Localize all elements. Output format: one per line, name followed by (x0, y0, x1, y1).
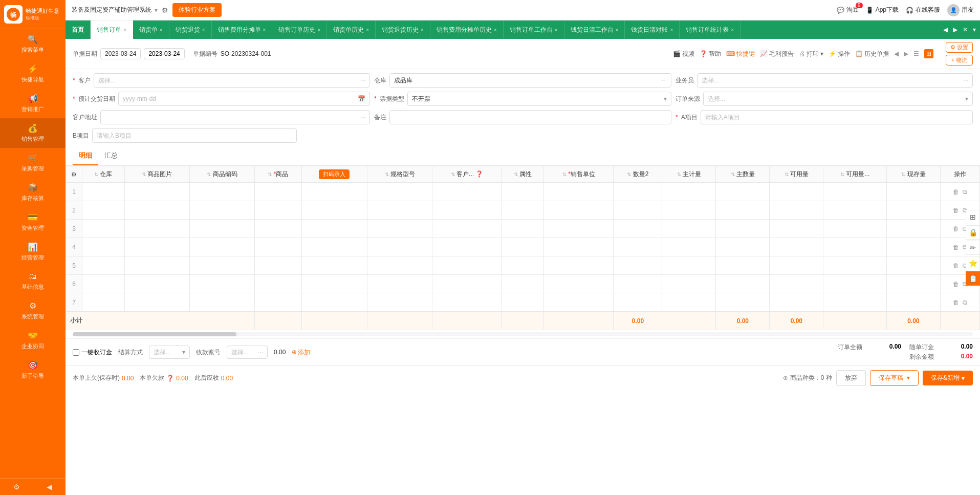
cell-1-0[interactable] (82, 183, 125, 201)
tab-close-2[interactable]: × (160, 27, 163, 33)
note-input[interactable] (389, 110, 671, 124)
delete-icon-3[interactable]: 🗑 (953, 225, 959, 232)
cell-2-8[interactable] (544, 201, 614, 220)
account-select[interactable]: 选择... ··· (227, 346, 268, 359)
solution-button[interactable]: 体验行业方案 (172, 3, 222, 17)
cell-7-0[interactable] (82, 293, 125, 312)
sidebar-item-2[interactable]: 📢营销推广 (0, 89, 66, 118)
cell-2-3[interactable] (255, 201, 301, 220)
delete-icon-1[interactable]: 🗑 (953, 188, 959, 196)
cell-2-14[interactable] (886, 201, 940, 220)
cell-5-9[interactable] (614, 256, 662, 275)
cell-6-5[interactable] (367, 275, 432, 293)
one-click-label[interactable]: 一键收订金 (73, 348, 112, 357)
add-payment-btn[interactable]: ⊕ 添加 (292, 348, 310, 357)
cell-5-11[interactable] (716, 256, 770, 275)
sidebar-item-9[interactable]: ⚙系统管理 (0, 296, 66, 326)
cell-3-6[interactable] (432, 220, 502, 238)
delete-icon-7[interactable]: 🗑 (953, 299, 959, 306)
salesperson-input[interactable]: 选择... ··· (697, 73, 973, 88)
cell-5-1[interactable] (124, 256, 189, 275)
cell-7-7[interactable] (502, 293, 544, 312)
cell-3-3[interactable] (255, 220, 301, 238)
cell-6-13[interactable] (823, 275, 887, 293)
cell-6-14[interactable] (886, 275, 940, 293)
cell-7-6[interactable] (432, 293, 502, 312)
tab-3[interactable]: 销货退货 × (169, 20, 212, 39)
cell-1-3[interactable] (255, 183, 301, 201)
sidebar-item-11[interactable]: 🎯新手引导 (0, 355, 66, 385)
float-btn-1[interactable]: ⊞ (966, 210, 980, 224)
print-btn[interactable]: 🖨 打印 ▾ (799, 50, 823, 58)
cell-5-12[interactable] (770, 256, 823, 275)
cell-2-9[interactable] (614, 201, 662, 220)
cell-2-0[interactable] (82, 201, 125, 220)
cell-7-9[interactable] (614, 293, 662, 312)
sidebar-item-6[interactable]: 💳资金管理 (0, 207, 66, 237)
scan-button[interactable]: 扫码录入 (319, 169, 350, 179)
cell-3-2[interactable] (189, 220, 254, 238)
tab-2[interactable]: 销货单 × (133, 20, 169, 39)
list-view-icon[interactable]: ☰ (913, 50, 919, 57)
tab-close-3[interactable]: × (202, 27, 205, 33)
cell-1-5[interactable] (367, 183, 432, 201)
settings-btn[interactable]: ⚙ 设置 (946, 42, 973, 53)
cell-5-13[interactable] (823, 256, 887, 275)
cell-2-5[interactable] (367, 201, 432, 220)
one-click-checkbox[interactable] (73, 349, 79, 356)
date-value[interactable]: 2023-03-24 (100, 48, 141, 59)
cell-4-0[interactable] (82, 238, 125, 256)
cell-5-10[interactable] (662, 256, 716, 275)
cell-2-10[interactable] (662, 201, 716, 220)
cell-5-4[interactable] (301, 256, 367, 275)
ticket-input[interactable]: 不开票 ▾ (407, 92, 671, 106)
cell-6-2[interactable] (189, 275, 254, 293)
order-source-input[interactable]: 选择... ▾ (703, 92, 973, 106)
tab-5[interactable]: 销售订单历史 × (272, 20, 327, 39)
cell-3-11[interactable] (716, 220, 770, 238)
address-input[interactable]: ··· (100, 110, 370, 124)
cell-7-1[interactable] (124, 293, 189, 312)
col-scan[interactable]: 扫码录入 (301, 166, 367, 183)
cell-6-4[interactable] (301, 275, 367, 293)
tab-6[interactable]: 销货单历史 × (327, 20, 376, 39)
tabs-close-btn[interactable]: ✕ (961, 25, 970, 34)
cell-3-12[interactable] (770, 220, 823, 238)
cell-4-1[interactable] (124, 238, 189, 256)
cell-1-2[interactable] (189, 183, 254, 201)
customer-input[interactable]: 选择... ··· (94, 73, 370, 88)
tab-close-7[interactable]: × (421, 27, 424, 33)
grid-view-icon[interactable]: ⊞ (924, 49, 933, 58)
cell-6-11[interactable] (716, 275, 770, 293)
cell-4-13[interactable] (823, 238, 887, 256)
cell-2-11[interactable] (716, 201, 770, 220)
logistics-btn[interactable]: + 物流 (946, 55, 973, 66)
cell-3-1[interactable] (124, 220, 189, 238)
topbar-app-download[interactable]: 📱 App下载 (866, 6, 899, 14)
cell-6-12[interactable] (770, 275, 823, 293)
cell-6-3[interactable] (255, 275, 301, 293)
float-btn-2[interactable]: 🔒 (966, 225, 980, 240)
cell-3-14[interactable] (886, 220, 940, 238)
tab-7[interactable]: 销货退货历史 × (376, 20, 430, 39)
cell-4-6[interactable] (432, 238, 502, 256)
tab-close-6[interactable]: × (366, 27, 369, 33)
delete-icon-5[interactable]: 🗑 (953, 262, 959, 269)
sidebar-item-4[interactable]: 🛒采购管理 (0, 148, 66, 178)
cell-3-7[interactable] (502, 220, 544, 238)
sidebar-item-10[interactable]: 🤝企业协同 (0, 326, 66, 355)
cell-1-14[interactable] (886, 183, 940, 201)
cell-4-7[interactable] (502, 238, 544, 256)
cell-7-12[interactable] (770, 293, 823, 312)
a-project-input[interactable]: 请输入A项目 (701, 110, 973, 124)
copy-icon-7[interactable]: ⧉ (963, 299, 967, 306)
cell-5-14[interactable] (886, 256, 940, 275)
discard-button[interactable]: 放弃 (836, 370, 866, 386)
cell-6-8[interactable] (544, 275, 614, 293)
tabs-prev-btn[interactable]: ◀ (941, 25, 950, 34)
float-btn-5[interactable]: 📋 (966, 271, 980, 286)
cell-7-10[interactable] (662, 293, 716, 312)
save-new-button[interactable]: 保存&新增 ▾ (923, 371, 973, 385)
cell-6-10[interactable] (662, 275, 716, 293)
tab-11[interactable]: 钱货日清对账 × (625, 20, 680, 39)
